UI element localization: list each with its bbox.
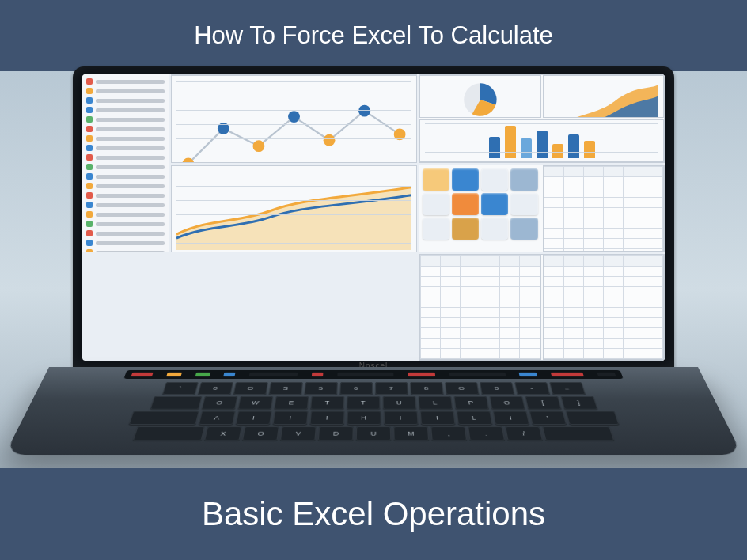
cell[interactable] xyxy=(584,218,603,228)
cell[interactable] xyxy=(421,339,440,348)
touchbar-chip[interactable] xyxy=(449,373,506,376)
cell[interactable] xyxy=(604,318,623,327)
cell[interactable] xyxy=(643,328,662,338)
cell[interactable] xyxy=(584,239,603,248)
cell[interactable] xyxy=(544,297,563,307)
cell[interactable] xyxy=(584,339,603,348)
cell[interactable] xyxy=(643,349,662,358)
cell[interactable] xyxy=(624,177,643,187)
touchbar-chip[interactable] xyxy=(312,373,324,376)
cell[interactable] xyxy=(461,267,480,276)
cell[interactable] xyxy=(624,167,643,176)
toolbar-button[interactable] xyxy=(481,168,508,191)
cell[interactable] xyxy=(520,256,539,266)
cell[interactable] xyxy=(520,308,539,317)
cell[interactable] xyxy=(624,308,643,317)
cell[interactable] xyxy=(564,308,583,317)
cell[interactable] xyxy=(461,287,480,297)
cell[interactable] xyxy=(544,267,563,276)
cell[interactable] xyxy=(564,167,583,176)
cell[interactable] xyxy=(441,339,460,348)
cell[interactable] xyxy=(643,208,662,218)
cell[interactable] xyxy=(564,229,583,238)
cell[interactable] xyxy=(564,198,583,207)
cell[interactable] xyxy=(520,277,539,286)
cell[interactable] xyxy=(643,297,662,307)
cell[interactable] xyxy=(624,198,643,207)
touchbar-chip[interactable] xyxy=(337,373,393,376)
cell[interactable] xyxy=(624,297,643,307)
cell[interactable] xyxy=(604,277,623,286)
cell[interactable] xyxy=(624,267,643,276)
cell[interactable] xyxy=(500,349,519,358)
cell[interactable] xyxy=(643,256,662,266)
cell[interactable] xyxy=(520,318,539,327)
cell[interactable] xyxy=(544,249,563,252)
sidebar-item[interactable] xyxy=(85,201,166,209)
touchbar-chip[interactable] xyxy=(249,373,298,376)
cell[interactable] xyxy=(480,328,499,338)
cell[interactable] xyxy=(520,339,539,348)
touchbar-chip[interactable] xyxy=(597,373,616,376)
cell[interactable] xyxy=(584,277,603,286)
cell[interactable] xyxy=(441,277,460,286)
cell[interactable] xyxy=(544,308,563,317)
sidebar-item[interactable] xyxy=(85,144,166,152)
sidebar-item[interactable] xyxy=(85,163,166,171)
cell[interactable] xyxy=(421,328,440,338)
cell[interactable] xyxy=(624,187,643,197)
cell[interactable] xyxy=(584,297,603,307)
cell[interactable] xyxy=(480,256,499,266)
cell[interactable] xyxy=(584,308,603,317)
cell[interactable] xyxy=(604,208,623,218)
key[interactable]: 0 xyxy=(197,382,233,395)
cell[interactable] xyxy=(544,287,563,297)
cell[interactable] xyxy=(584,249,603,252)
cell[interactable] xyxy=(544,339,563,348)
cell[interactable] xyxy=(480,308,499,317)
cell[interactable] xyxy=(643,277,662,286)
cell[interactable] xyxy=(604,249,623,252)
cell[interactable] xyxy=(564,349,583,358)
cell[interactable] xyxy=(643,198,662,207)
cell[interactable] xyxy=(520,287,539,297)
sidebar-item[interactable] xyxy=(85,172,166,180)
sidebar-item[interactable] xyxy=(85,191,166,199)
cell[interactable] xyxy=(421,277,440,286)
cell[interactable] xyxy=(441,349,460,358)
cell[interactable] xyxy=(584,267,603,276)
cell[interactable] xyxy=(604,328,623,338)
cell[interactable] xyxy=(500,339,519,348)
cell[interactable] xyxy=(544,318,563,327)
key[interactable]: - xyxy=(514,382,550,395)
cell[interactable] xyxy=(480,277,499,286)
key[interactable]: O xyxy=(445,382,479,395)
cell[interactable] xyxy=(461,339,480,348)
sidebar-item[interactable] xyxy=(85,153,166,161)
touchbar-chip[interactable] xyxy=(551,373,584,376)
cell[interactable] xyxy=(544,218,563,228)
cell[interactable] xyxy=(604,239,623,248)
cell[interactable] xyxy=(564,318,583,327)
toolbar-button[interactable] xyxy=(423,168,449,191)
cell[interactable] xyxy=(584,208,603,218)
key[interactable]: 5 xyxy=(304,382,338,395)
cell[interactable] xyxy=(624,287,643,297)
sidebar-item[interactable] xyxy=(85,106,166,114)
cell[interactable] xyxy=(441,287,460,297)
cell[interactable] xyxy=(500,308,519,317)
cell[interactable] xyxy=(461,297,480,307)
cell[interactable] xyxy=(624,318,643,327)
cell[interactable] xyxy=(624,208,643,218)
cell[interactable] xyxy=(604,229,623,238)
key[interactable]: ` xyxy=(161,382,198,395)
cell[interactable] xyxy=(500,287,519,297)
cell[interactable] xyxy=(624,218,643,228)
toolbar-button[interactable] xyxy=(423,193,449,215)
cell[interactable] xyxy=(604,198,623,207)
sidebar-item[interactable] xyxy=(85,220,166,228)
cell[interactable] xyxy=(624,277,643,286)
cell[interactable] xyxy=(480,287,499,297)
sidebar-item[interactable] xyxy=(85,229,166,237)
cell[interactable] xyxy=(564,339,583,348)
